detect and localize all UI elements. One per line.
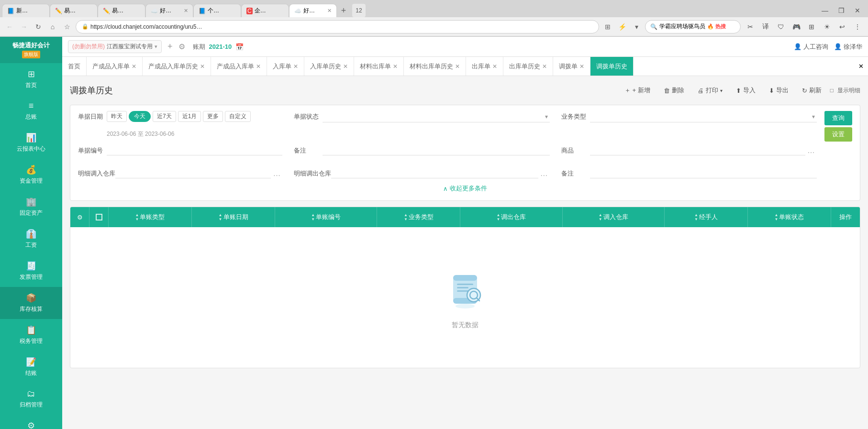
menu-icon[interactable]: ⋮	[851, 20, 864, 33]
tab-count[interactable]: 12	[352, 4, 366, 17]
filter-goods-dots[interactable]: …	[805, 146, 817, 155]
page-tab-stock-in-history[interactable]: 入库单历史 ✕	[304, 57, 354, 76]
page-tab-home[interactable]: 首页	[62, 57, 87, 76]
tab-close-4[interactable]: ✕	[184, 8, 188, 14]
th-in-wh-cell[interactable]: ▲▼ 调入仓库	[563, 207, 665, 227]
page-tab-stock-out-history[interactable]: 出库单历史 ✕	[503, 57, 553, 76]
th-out-wh-cell[interactable]: ▲▼ 调出仓库	[460, 207, 562, 227]
page-tab-stock-out-close[interactable]: ✕	[492, 63, 497, 70]
page-tab-products-in-history[interactable]: 产成品入库单历史 ✕	[143, 57, 211, 76]
forward-button[interactable]: →	[18, 21, 30, 33]
new-tab-button[interactable]: +	[337, 4, 350, 17]
th-date-cell[interactable]: ▲▼ 单账日期	[192, 207, 275, 227]
history-icon[interactable]: ↩	[835, 20, 849, 33]
page-tab-stock-in-close[interactable]: ✕	[293, 63, 298, 70]
filter-detail-in-dots[interactable]: …	[271, 169, 282, 178]
th-date-sort[interactable]: ▲▼	[219, 213, 223, 221]
page-tab-stock-out-history-close[interactable]: ✕	[542, 63, 547, 70]
calendar-icon[interactable]: 📅	[235, 43, 244, 51]
user-info[interactable]: 👤 徐泽华	[834, 43, 862, 51]
sidebar-item-settlement[interactable]: 📝 结账	[0, 351, 62, 383]
close-button[interactable]: ✕	[851, 4, 864, 17]
filter-status-select[interactable]	[323, 111, 549, 122]
select-all-checkbox[interactable]	[96, 214, 102, 220]
filter-detail-in-input[interactable]	[115, 169, 271, 178]
delete-button[interactable]: 🗑 删除	[659, 84, 689, 97]
filter-detail-out-input[interactable]	[331, 169, 538, 178]
sidebar-item-fixed-assets[interactable]: 🏢 固定资产	[0, 191, 62, 223]
th-biz-cell[interactable]: ▲▼ 业务类型	[377, 207, 460, 227]
date-btn-7days[interactable]: 近7天	[153, 111, 176, 122]
page-tab-stock-in-history-close[interactable]: ✕	[343, 63, 348, 70]
sidebar-item-reports[interactable]: 📊 云报表中心	[0, 127, 62, 159]
import-button[interactable]: ⬆ 导入	[731, 84, 760, 97]
sidebar-item-capital[interactable]: 💰 资金管理	[0, 159, 62, 191]
sidebar-item-inventory[interactable]: 📦 库存核算	[0, 287, 62, 319]
translate-icon[interactable]: 译	[759, 20, 772, 33]
th-handler-sort[interactable]: ▲▼	[694, 213, 698, 221]
maximize-button[interactable]: ❒	[835, 4, 848, 17]
sidebar-item-tax[interactable]: 📋 税务管理	[0, 319, 62, 351]
back-button[interactable]: ←	[4, 21, 15, 33]
tab-close-7[interactable]: ✕	[327, 8, 332, 14]
bookmark-button[interactable]: ☆	[61, 21, 73, 33]
th-type-cell[interactable]: ▲▼ 单账类型	[109, 207, 192, 227]
page-tab-stock-out[interactable]: 出库单 ✕	[466, 57, 503, 76]
page-tab-materials-out[interactable]: 材料出库单 ✕	[354, 57, 404, 76]
address-bar[interactable]: 🔒 https://cloud.chanjet.com/accounting/u…	[76, 20, 599, 33]
lightning-button[interactable]: ⚡	[616, 21, 628, 33]
company-selector[interactable]: (勿删勿禁用) 江西服宝测试专用 ▾	[68, 40, 162, 53]
refresh-button[interactable]: ↻ 刷新	[797, 84, 826, 97]
browser-tab-2[interactable]: ✏️ 易…	[50, 4, 98, 17]
grid-icon[interactable]: ⊞	[805, 20, 818, 33]
page-tabs-close[interactable]: ✕	[854, 57, 868, 76]
add-company-btn[interactable]: +	[167, 42, 173, 52]
browser-tab-3[interactable]: ✏️ 易…	[98, 4, 145, 17]
sidebar-item-archives[interactable]: 🗂 归档管理	[0, 383, 62, 415]
th-out-wh-sort[interactable]: ▲▼	[497, 213, 501, 221]
theme-icon[interactable]: ☀	[820, 20, 834, 33]
sidebar-item-wages[interactable]: 👔 工资	[0, 223, 62, 255]
date-btn-yesterday[interactable]: 昨天	[107, 111, 127, 122]
page-tab-stock-in[interactable]: 入库单 ✕	[267, 57, 304, 76]
settings-gear-icon[interactable]: ⚙	[178, 42, 185, 51]
filter-note-input[interactable]	[323, 146, 549, 155]
browser-search-bar[interactable]: 🔍 学霸应聘场驱鸟员 🔥 热搜	[645, 20, 741, 33]
date-btn-custom[interactable]: 自定义	[225, 111, 251, 122]
page-tab-transfer-close[interactable]: ✕	[579, 63, 584, 70]
page-tab-materials-out-history[interactable]: 材料出库单历史 ✕	[404, 57, 466, 76]
page-tab-products-in[interactable]: 产成品入库单 ✕	[87, 57, 143, 76]
th-gear-cell[interactable]: ⚙	[70, 207, 89, 227]
page-tab-transfer-history[interactable]: 调拨单历史	[590, 57, 634, 76]
export-button[interactable]: ⬇ 导出	[764, 84, 793, 97]
setting-button[interactable]: 设置	[824, 127, 852, 142]
sidebar-item-general-ledger[interactable]: ≡ 总账	[0, 95, 62, 127]
dropdown-button[interactable]: ▾	[631, 21, 642, 33]
page-tab-products-in2[interactable]: 产成品入库单 ✕	[211, 57, 267, 76]
th-handler-cell[interactable]: ▲▼ 经手人	[665, 207, 748, 227]
filter-detail-out-dots[interactable]: …	[538, 169, 550, 178]
sidebar-item-invoices[interactable]: 🧾 发票管理	[0, 255, 62, 287]
th-check-cell[interactable]	[89, 207, 109, 227]
shield-icon[interactable]: 🛡	[774, 20, 788, 33]
filter-goods-input[interactable]	[590, 146, 805, 155]
home-browser-button[interactable]: ⌂	[47, 21, 58, 33]
page-tab-materials-out-history-close[interactable]: ✕	[455, 63, 460, 70]
new-button[interactable]: ＋ + 新增	[620, 84, 655, 97]
scissors-icon[interactable]: ✂	[744, 20, 757, 33]
page-tab-materials-out-close[interactable]: ✕	[393, 63, 398, 70]
browser-tab-4[interactable]: ☁️ 好… ✕	[145, 4, 193, 17]
sidebar-item-home[interactable]: ⊞ 首页	[0, 63, 62, 95]
game-icon[interactable]: 🎮	[790, 20, 803, 33]
th-num-cell[interactable]: ▲▼ 单账编号	[275, 207, 377, 227]
page-tab-products-in-close[interactable]: ✕	[132, 63, 136, 70]
browser-tab-6[interactable]: C 企…	[241, 4, 289, 17]
th-status-cell[interactable]: ▲▼ 单账状态	[748, 207, 831, 227]
browser-tab-1[interactable]: 📘 新…	[2, 4, 50, 17]
th-num-sort[interactable]: ▲▼	[311, 213, 315, 221]
date-btn-more[interactable]: 更多	[203, 111, 223, 122]
print-button[interactable]: 🖨 打印 ▾	[693, 84, 727, 97]
sidebar-item-settings[interactable]: ⚙ 基础设置	[0, 415, 62, 429]
page-tab-products-in-history-close[interactable]: ✕	[200, 63, 205, 70]
collapse-button[interactable]: ∧ 收起更多条件	[441, 182, 489, 195]
